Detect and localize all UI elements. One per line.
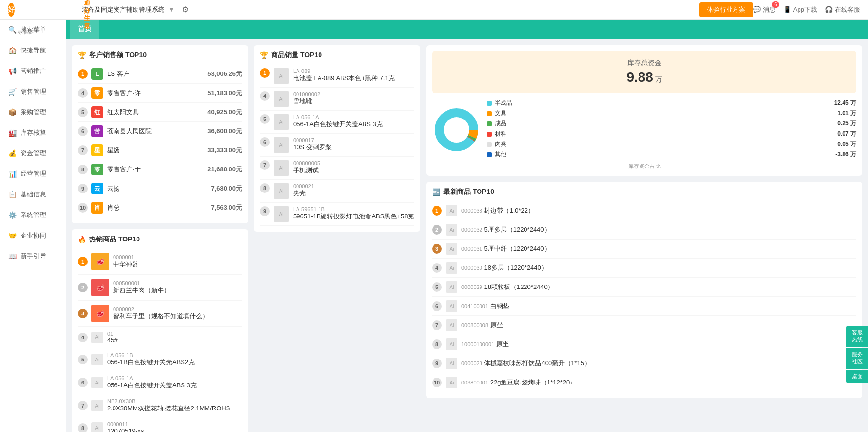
fire-icon: 🔥: [78, 236, 86, 243]
message-badge: 6: [772, 1, 779, 8]
rank-item: 5 Ai 0000029 18颗粒板（1220*2440）: [432, 278, 856, 297]
inventory-summary: 库存总资金 9.88 万: [432, 51, 856, 93]
trophy-icon: 🏆: [260, 51, 268, 59]
rank-number: 4: [432, 263, 442, 273]
rank-number: 6: [260, 137, 270, 147]
guide-icon: 📖: [8, 252, 17, 261]
avatar: 星: [91, 144, 103, 156]
rank-number: 6: [78, 126, 88, 136]
hot-item: 1 🥩 0000001 中华神器: [78, 249, 242, 275]
legend-color: [487, 121, 492, 126]
product-thumbnail: Ai: [446, 358, 457, 369]
legend-item: 其他 -3.86 万: [487, 150, 856, 159]
rank-item: 9 云 云扬 7,680.00元: [78, 179, 242, 198]
product-thumbnail: Ai: [446, 281, 457, 293]
rank-number: 2: [78, 283, 88, 292]
product-info: NB2.0X30B 2.0X30MM双搓花轴.搓花直径2.1MM/ROHS: [107, 398, 230, 413]
legend-item: 文具 1.01 万: [487, 109, 856, 118]
product-image: Ai: [274, 68, 289, 84]
rank-number: 4: [78, 333, 88, 342]
dropdown-arrow-icon: ▼: [168, 6, 175, 13]
trial-button[interactable]: 体验行业方案: [699, 2, 753, 17]
sidebar-item-operation[interactable]: 📊 经营管理: [0, 164, 66, 184]
rank-number: 7: [432, 320, 442, 330]
sidebar-item-sales[interactable]: 🛒 销售管理: [0, 81, 66, 102]
donut-svg: [432, 105, 481, 154]
sidebar-item-basic[interactable]: 📋 基础信息: [0, 184, 66, 205]
online-service-button[interactable]: 🎧 在线客服: [825, 5, 860, 14]
avatar: L: [91, 68, 103, 80]
product-image: Ai: [274, 114, 289, 130]
sidebar-item-inventory[interactable]: 🏭 库存核算: [0, 122, 66, 143]
sidebar-item-purchase[interactable]: 📦 采购管理: [0, 102, 66, 122]
rank-item: 8 零 零售客户·于 21,680.00元: [78, 160, 242, 179]
inventory-amount-row: 9.88 万: [440, 70, 848, 85]
purchase-icon: 📦: [8, 108, 17, 117]
rank-number: 1: [78, 69, 88, 79]
sidebar-item-nav[interactable]: 🏠 快捷导航: [0, 40, 66, 61]
product-rank-item: 9 Ai LA-59651-1B 59651-1B旋转投影灯电池盒ABS黑色+5…: [260, 203, 414, 226]
sidebar-item-enterprise[interactable]: 🤝 企业协同: [0, 225, 66, 246]
sidebar-item-system[interactable]: ⚙️ 系统管理: [0, 205, 66, 225]
product-image: Ai: [274, 137, 289, 153]
rank-item: 10 Ai 003800001 22g鱼豆腐·烧烤味（1*12*20）: [432, 373, 856, 392]
rank-number: 4: [78, 88, 88, 98]
service-hotline-button[interactable]: 客服热线: [846, 326, 868, 347]
desktop-button[interactable]: 桌面: [846, 370, 868, 383]
service-community-button[interactable]: 服务社区: [846, 348, 868, 369]
sales-icon: 🛒: [8, 87, 17, 96]
legend-item: 材料 0.07 万: [487, 130, 856, 138]
rank-item: 5 红 红太阳文具 40,925.00元: [78, 103, 242, 122]
app-download-button[interactable]: 📱 App下载: [783, 5, 817, 14]
message-button[interactable]: 💬 消息 6: [753, 5, 776, 14]
hot-item: 6 Ai LA-056-1A 056-1A白色按键开关盖ABS 3克: [78, 371, 242, 394]
rank-item: 1 L LS 客户 53,006.26元: [78, 65, 242, 84]
legend-color: [487, 132, 492, 137]
inventory-legend: 半成品 12.45 万 文具 1.01 万 成品 0: [487, 99, 856, 161]
product-info: LA-089 电池盖 LA-089 ABS本色+黑种 7.1克: [293, 68, 395, 83]
avatar: 零: [91, 87, 103, 99]
rank-number: 1: [432, 206, 442, 216]
rank-item: 9 Ai 0000028 体械嘉枝味苏打饮品400毫升（1*15）: [432, 354, 856, 373]
avatar: 云: [91, 183, 103, 194]
rank-item: 1 Ai 0000033 封边带（1.0*22）: [432, 201, 856, 220]
product-info: 001000002 雪地靴: [293, 91, 320, 106]
page-content: 🏆 客户销售额 TOP10 1 L LS 客户 53,006.26元 4 零: [66, 39, 868, 432]
avatar: 肖: [91, 202, 103, 214]
sidebar-item-marketing[interactable]: 📢 营销推广: [0, 61, 66, 81]
rank-number: 2: [432, 225, 442, 235]
product-rank-item: 4 Ai 001000002 雪地靴: [260, 88, 414, 111]
rank-number: 5: [78, 107, 88, 117]
system-selector[interactable]: 装备及固定资产辅助管理系统 ▼ ⚙: [74, 3, 695, 17]
settings-icon[interactable]: ⚙: [179, 3, 192, 17]
rank-number: 10: [432, 378, 442, 387]
hot-products-card: 🔥 热销商品 TOP10 1 🥩 0000001 中华神器 2 🥩: [72, 229, 248, 432]
product-info: LA-056-1A 056-1A白色按键开关盖ABS 3克: [293, 114, 383, 129]
legend-color: [487, 101, 492, 106]
hot-item: 2 🥩 000500001 新西兰牛肉（新牛）: [78, 275, 242, 301]
sidebar: 🔍 搜索菜单 🏠 快捷导航 📢 营销推广 🛒 销售管理 📦 采购管理 🏭 库存核…: [0, 20, 66, 432]
rank-item: 8 Ai 10000100001 原坐: [432, 335, 856, 354]
product-info: 0000002 智利车子里（规格不知道填什么）: [113, 306, 208, 321]
sidebar-label: 采购管理: [21, 108, 46, 117]
legend-item: 半成品 12.45 万: [487, 99, 856, 107]
legend-item: 肉类 -0.05 万: [487, 140, 856, 148]
sidebar-label: 经营管理: [21, 169, 46, 178]
avatar: 零: [91, 164, 103, 175]
sidebar-item-guide[interactable]: 📖 新手引导: [0, 246, 66, 266]
product-rank-item: 8 Ai 0000021 夹壳: [260, 180, 414, 203]
product-info: LA-59651-1B 59651-1B旋转投影灯电池盒ABS黑色+58克: [293, 206, 414, 221]
rank-item: 6 苦 苍南县人民医院 36,600.00元: [78, 122, 242, 141]
sidebar-item-finance[interactable]: 💰 资金管理: [0, 143, 66, 164]
sidebar-label: 资金管理: [21, 149, 46, 158]
sidebar-label: 快捷导航: [21, 46, 46, 55]
legend-item: 成品 0.25 万: [487, 120, 856, 128]
chart-note: 库存资金占比: [432, 163, 856, 170]
rank-number: 5: [432, 282, 442, 292]
rank-number: 9: [78, 184, 88, 193]
hot-item: 5 Ai LA-056-1B 056-1B白色按键开关壳ABS2克: [78, 348, 242, 371]
basic-icon: 📋: [8, 190, 17, 199]
product-thumbnail: Ai: [446, 377, 457, 388]
product-thumbnail: Ai: [446, 224, 457, 236]
legend-color: [487, 142, 492, 147]
